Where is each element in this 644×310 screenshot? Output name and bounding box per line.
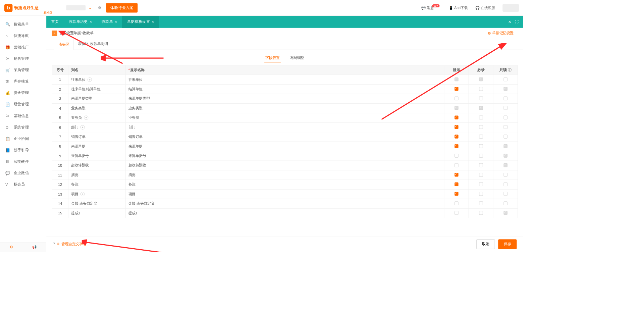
close-icon[interactable]: ✕ [152,20,154,24]
checkbox[interactable] [503,125,507,129]
cell-display-name[interactable]: 销售订单 [125,132,444,142]
checkbox[interactable] [479,201,483,205]
checkbox[interactable] [479,173,483,176]
plus-icon[interactable]: + [80,125,85,130]
checkbox[interactable] [503,192,507,196]
checkbox[interactable] [454,163,458,167]
top-tab[interactable]: 单据模板设置✕ [122,16,159,28]
checkbox[interactable] [503,135,507,138]
sidebar-item[interactable]: 🛒采购管理 [0,64,46,76]
checkbox[interactable] [479,154,483,157]
sidebar-item[interactable]: 💰资金管理 [0,87,46,99]
customer-service-link[interactable]: 🎧在线客服 [475,5,495,10]
section-tab[interactable]: 表体区-收款单明细 [74,39,112,50]
sidebar-item[interactable]: 🔍搜索菜单 [0,18,46,30]
manage-custom-fields-link[interactable]: ⚙ 管理自定义字段 [56,242,86,247]
sidebar-item[interactable]: 🖥智能硬件 [0,156,46,167]
sidebar-item[interactable]: 📄经营管理 [0,99,46,110]
app-download-link[interactable]: 📱App下载 [449,5,468,10]
checkbox[interactable] [479,125,483,129]
top-tab[interactable]: 首页 [46,16,64,28]
messages-link[interactable]: 💬消息99+ [421,5,441,10]
checkbox-checked[interactable] [454,173,458,176]
checkbox[interactable] [454,96,458,100]
cell-display-name[interactable]: 超收转预收 [125,161,444,170]
cell-display-name[interactable]: 业务员 [125,113,444,122]
cell-display-name[interactable]: 往来单位 [125,75,444,84]
close-icon[interactable]: ✕ [90,20,92,24]
top-tab[interactable]: 收款单历史✕ [64,16,97,28]
sidebar-item[interactable]: 🎁营销推广 [0,42,46,53]
fullscreen-icon[interactable]: ⛶ [515,20,519,24]
checkbox-checked[interactable] [454,115,458,119]
sidebar-item[interactable]: 🛍销售管理 [0,53,46,64]
help-icon[interactable]: ? [53,242,55,246]
checkbox[interactable] [479,96,483,100]
memory-settings-link[interactable]: ⚙ 单据记忆设置 [488,31,513,36]
sidebar-item[interactable]: 💬企业微信 [0,167,46,179]
cell-display-name[interactable]: 来源单据号 [125,151,444,161]
sidebar-item[interactable]: 📋企业协同 [0,133,46,145]
cell-display-name[interactable]: 来源单据类型 [125,94,444,103]
sidebar-item[interactable]: ⚙系统管理 [0,121,46,133]
cell-display-name[interactable]: 提成1 [125,208,444,218]
checkbox-checked[interactable] [454,125,458,129]
sub-tab[interactable]: 布局调整 [289,54,305,62]
checkbox[interactable] [479,135,483,138]
checkbox[interactable] [503,173,507,176]
checkbox[interactable] [454,154,458,157]
help-icon[interactable]: ⓘ [508,68,512,72]
checkbox[interactable] [479,163,483,167]
checkbox[interactable] [503,106,507,110]
checkbox[interactable] [479,211,483,214]
sidebar-item[interactable]: 📘新手引导 [0,145,46,156]
collapse-icon[interactable]: » [52,31,57,36]
company-selector[interactable]: ■■■■ ⌄ [66,5,94,10]
checkbox[interactable] [479,144,483,148]
top-tab[interactable]: 收款单✕ [97,16,122,28]
checkbox-checked[interactable] [454,192,458,196]
cell-display-name[interactable]: 备注 [125,180,444,189]
checkbox-checked[interactable] [454,144,458,148]
sidebar-foot-settings[interactable]: ⚙ [0,242,23,252]
cell-show [444,84,469,94]
checkbox[interactable] [503,96,507,100]
user-avatar[interactable] [502,4,519,12]
close-tab-icon[interactable]: ✕ [508,20,511,24]
plus-icon[interactable]: + [80,192,85,196]
checkbox[interactable] [479,87,483,91]
checkbox[interactable] [454,211,458,214]
cell-display-name[interactable]: 项目 [125,189,444,199]
sidebar-item[interactable]: 🗂基础信息 [0,110,46,121]
sidebar-item[interactable]: 🏚库存核算 [0,76,46,87]
cancel-button[interactable]: 取消 [476,239,495,249]
checkbox[interactable] [454,201,458,205]
try-industry-button[interactable]: 体验行业方案 [106,3,138,12]
checkbox-checked[interactable] [454,182,458,186]
checkbox-checked[interactable] [454,87,458,91]
checkbox[interactable] [503,201,507,205]
plus-icon[interactable]: + [84,116,88,120]
gear-icon[interactable]: ⚙ [98,6,101,10]
sidebar-item[interactable]: ⌂快捷导航 [0,30,46,41]
cell-display-name[interactable]: 业务类型 [125,103,444,113]
section-tab[interactable]: 表头区 [54,39,74,50]
cell-display-name[interactable]: 金额-表头自定义 [125,199,444,208]
cell-display-name[interactable]: 来源单据 [125,142,444,151]
close-icon[interactable]: ✕ [115,20,117,24]
save-button[interactable]: 保存 [498,239,517,249]
checkbox[interactable] [479,192,483,196]
sub-tab[interactable]: 字段设置 [264,54,281,62]
checkbox[interactable] [503,77,507,81]
checkbox[interactable] [479,182,483,186]
sidebar-foot-speaker[interactable]: 📢 [23,242,46,252]
checkbox[interactable] [503,182,507,186]
sidebar-item[interactable]: Ⅴ畅会员 [0,179,46,190]
cell-display-name[interactable]: 摘要 [125,170,444,179]
checkbox-checked[interactable] [454,135,458,138]
cell-display-name[interactable]: 结算单位 [125,84,444,94]
checkbox[interactable] [479,115,483,119]
plus-icon[interactable]: + [88,78,92,82]
cell-display-name[interactable]: 部门 [125,122,444,132]
checkbox[interactable] [503,115,507,119]
